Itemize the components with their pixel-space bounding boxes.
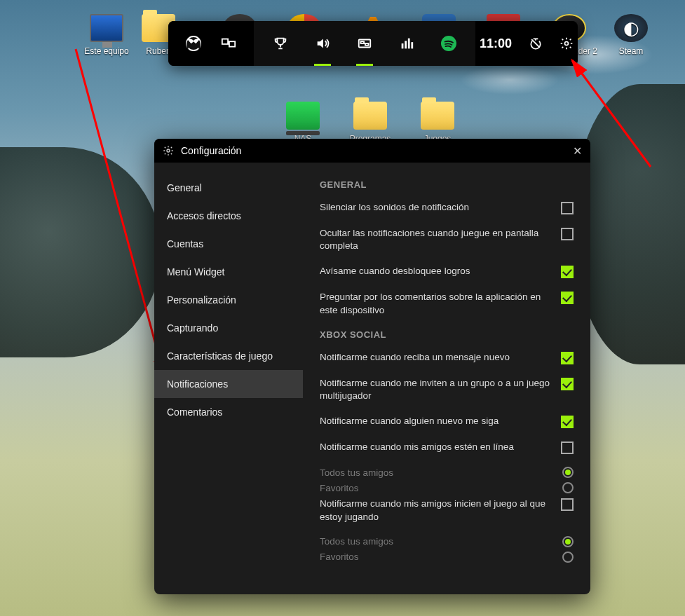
sidebar-item-general[interactable]: General [154,174,303,202]
sidebar-item-características-de-juego[interactable]: Características de juego [154,342,303,370]
radio[interactable] [562,467,574,478]
timer-off-icon[interactable] [529,35,543,52]
svg-rect-2 [229,41,235,46]
svg-rect-7 [405,41,407,48]
sidebar-item-comentarios[interactable]: Comentarios [154,398,303,426]
setting-label: Notificarme cuando me inviten a un grupo… [320,377,551,402]
setting-row: Notificarme cuando alguien nuevo me siga [320,415,574,428]
trophy-icon[interactable] [272,35,289,52]
radio[interactable] [562,482,574,493]
setting-row: Notificarme cuando me inviten a un grupo… [320,377,574,402]
performance-icon[interactable] [398,35,415,52]
spotify-icon[interactable] [440,35,457,52]
desktop-icon-label: Este equipo [77,46,136,56]
panel-title: Configuración [181,145,241,156]
radio-label: Favoritos [320,552,552,562]
setting-label: Preguntar por los comentarios sobre la a… [320,291,551,316]
svg-rect-9 [411,42,413,48]
svg-rect-1 [222,39,228,44]
panel-header: Configuración ✕ [154,139,590,163]
checkbox[interactable] [561,266,574,278]
audio-icon[interactable] [314,35,331,52]
checkbox[interactable] [561,228,574,240]
radio[interactable] [562,552,574,563]
svg-rect-6 [402,43,404,48]
checkbox[interactable] [561,442,574,454]
sidebar-item-accesos-directos[interactable]: Accesos directos [154,202,303,230]
gear-icon [163,145,174,156]
desktop-icon-programas[interactable]: Programas [341,102,400,144]
checkbox[interactable] [561,378,574,390]
radio-row: Favoritos [320,552,574,563]
desktop-icon-nas[interactable]: NAS [273,102,332,144]
desktop-icon-este-equipo[interactable]: Este equipo [77,14,136,56]
checkbox[interactable] [561,498,574,511]
checkbox[interactable] [561,352,574,364]
sidebar-item-menú-widget[interactable]: Menú Widget [154,258,303,286]
xbox-game-bar: 11:00 [168,21,578,66]
setting-label: Notificarme cuando mis amigos estén en l… [320,441,551,453]
setting-row: Avísame cuando desbloquee logros [320,265,574,278]
settings-sidebar: GeneralAccesos directosCuentasMenú Widge… [154,163,303,594]
radio-row: Todos tus amigos [320,467,574,478]
setting-label: Notificarme cuando reciba un mensaje nue… [320,351,551,364]
setting-label: Silenciar los sonidos de notificación [320,201,551,214]
svg-rect-4 [361,41,365,43]
section-title: GENERAL [320,179,574,190]
sidebar-item-notificaciones[interactable]: Notificaciones [154,370,303,398]
svg-point-14 [167,149,170,152]
checkbox[interactable] [561,202,574,214]
radio[interactable] [562,536,574,547]
setting-row: Notificarme cuando mis amigos inicien el… [320,498,574,523]
setting-row: Silenciar los sonidos de notificación [320,201,574,214]
sidebar-item-personalización[interactable]: Personalización [154,286,303,314]
svg-point-11 [565,42,569,46]
svg-rect-8 [408,39,410,49]
checkbox[interactable] [561,292,574,304]
gamebar-clock: 11:00 [480,36,512,51]
close-icon[interactable]: ✕ [573,144,582,158]
capture-icon[interactable] [356,35,373,52]
sidebar-item-cuentas[interactable]: Cuentas [154,230,303,258]
settings-content: GENERALSilenciar los sonidos de notifica… [303,163,590,594]
desktop-icon-label: Steam [602,46,660,56]
settings-panel: Configuración ✕ GeneralAccesos directosC… [154,139,590,594]
setting-label: Notificarme cuando mis amigos inicien el… [320,498,551,523]
radio-label: Favoritos [320,483,552,493]
svg-rect-5 [365,43,369,46]
radio-label: Todos tus amigos [320,536,552,547]
section-title: XBOX SOCIAL [320,329,574,340]
setting-row: Ocultar las notificaciones cuando juegue… [320,227,574,252]
setting-label: Avísame cuando desbloquee logros [320,265,551,278]
setting-label: Ocultar las notificaciones cuando juegue… [320,227,551,252]
desktop-icon-steam[interactable]: ◐Steam [602,14,660,56]
radio-row: Favoritos [320,482,574,493]
radio-label: Todos tus amigos [320,467,552,478]
radio-row: Todos tus amigos [320,536,574,547]
xbox-icon[interactable] [185,35,202,52]
settings-icon[interactable] [559,35,574,52]
setting-label: Notificarme cuando alguien nuevo me siga [320,415,551,427]
checkbox[interactable] [561,416,574,428]
setting-row: Preguntar por los comentarios sobre la a… [320,291,574,316]
setting-row: Notificarme cuando reciba un mensaje nue… [320,351,574,364]
sidebar-item-capturando[interactable]: Capturando [154,314,303,342]
setting-row: Notificarme cuando mis amigos estén en l… [320,441,574,454]
widgets-icon[interactable] [220,35,237,52]
desktop-icon-juegos[interactable]: Juegos [408,102,467,144]
